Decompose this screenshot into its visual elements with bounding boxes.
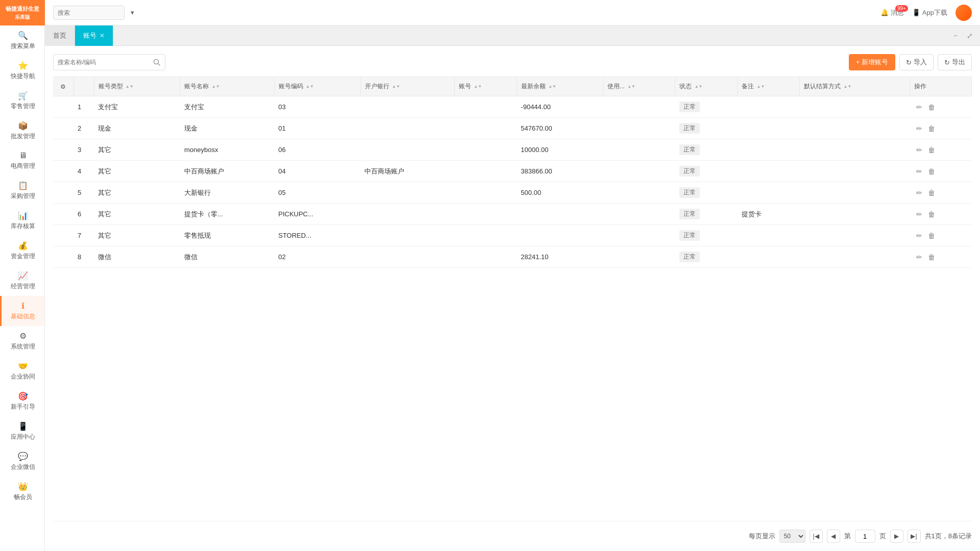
status-badge-5: 正常	[679, 209, 700, 219]
sidebar-item-system[interactable]: ⚙系统管理	[0, 326, 44, 356]
top-bar-right: 🔔 消息 99+ 📱 App下载	[880, 5, 972, 21]
app-label: App下载	[922, 8, 947, 17]
top-dropdown[interactable]: ▾	[131, 9, 134, 16]
top-search-input[interactable]	[53, 6, 125, 20]
first-page-button[interactable]: |◀	[810, 530, 823, 543]
cell-status-4: 正常	[675, 182, 738, 204]
sidebar-label-enterprise: 企业协同	[11, 372, 35, 381]
next-page-button[interactable]: ▶	[890, 530, 903, 543]
edit-button-0[interactable]: ✏	[914, 102, 924, 112]
cell-index-2: 3	[74, 139, 94, 161]
delete-button-0[interactable]: 🗑	[926, 102, 937, 112]
col-default-settlement[interactable]: 默认结算方式 ▲▼	[800, 77, 910, 96]
edit-button-1[interactable]: ✏	[914, 123, 924, 134]
app-download-button[interactable]: 📱 App下载	[912, 8, 947, 17]
sidebar-item-quick-nav[interactable]: ⭐快捷导航	[0, 56, 44, 86]
col-account-type[interactable]: 账号类型 ▲▼	[94, 77, 180, 96]
cell-status-6: 正常	[675, 225, 738, 246]
sidebar-item-purchase[interactable]: 📋采购管理	[0, 176, 44, 206]
page-number-input[interactable]: 1	[855, 530, 875, 543]
sidebar-item-app-center[interactable]: 📱应用中心	[0, 416, 44, 446]
delete-button-6[interactable]: 🗑	[926, 231, 937, 241]
sidebar-item-enterprise-wx[interactable]: 💬企业微信	[0, 446, 44, 477]
delete-button-1[interactable]: 🗑	[926, 123, 937, 134]
app-logo: 畅捷通好生意 乐库版	[0, 0, 45, 26]
cell-bank-3: 中百商场账户	[360, 161, 454, 182]
sidebar-item-retail[interactable]: 🛒零售管理	[0, 86, 44, 116]
cell-action-0: ✏ 🗑	[910, 96, 972, 118]
last-page-button[interactable]: ▶|	[908, 530, 921, 543]
edit-button-5[interactable]: ✏	[914, 209, 924, 219]
prev-page-button[interactable]: ◀	[827, 530, 840, 543]
tab-close-icon[interactable]: ✕	[100, 32, 105, 39]
tab-home[interactable]: 首页	[45, 26, 75, 46]
search-input[interactable]	[54, 59, 149, 66]
export-button[interactable]: ↻ 导出	[938, 54, 972, 70]
top-bar: ▾ 🔔 消息 99+ 📱 App下载	[45, 0, 980, 26]
cell-usage-6	[603, 225, 675, 246]
content-area: + 新增账号 ↻ 导入 ↻ 导出 ⚙	[45, 46, 980, 551]
sidebar-label-inventory: 库存核算	[11, 222, 35, 231]
sidebar-item-operations[interactable]: 📈经营管理	[0, 266, 44, 296]
edit-button-2[interactable]: ✏	[914, 145, 924, 155]
col-status[interactable]: 状态 ▲▼	[675, 77, 738, 96]
message-button[interactable]: 🔔 消息 99+	[880, 8, 904, 17]
sidebar-item-enterprise[interactable]: 🤝企业协同	[0, 356, 44, 386]
col-remark[interactable]: 备注 ▲▼	[738, 77, 800, 96]
edit-button-3[interactable]: ✏	[914, 166, 924, 177]
edit-button-6[interactable]: ✏	[914, 231, 924, 241]
col-account-code[interactable]: 账号编码 ▲▼	[274, 77, 360, 96]
search-button[interactable]	[149, 54, 165, 70]
delete-button-2[interactable]: 🗑	[926, 145, 937, 155]
delete-button-5[interactable]: 🗑	[926, 209, 937, 219]
cell-balance-7: 28241.10	[517, 246, 603, 268]
cell-account-no-0	[454, 96, 517, 118]
sidebar-item-wholesale[interactable]: 📦批发管理	[0, 116, 44, 146]
sidebar-icon-ecommerce: 🖥	[19, 151, 27, 160]
cell-remark-1	[738, 118, 800, 139]
table-row: 5 其它 大新银行 05 500.00 正常 ✏ 🗑	[53, 182, 972, 204]
user-avatar[interactable]	[955, 5, 972, 21]
tab-accounts[interactable]: 账号 ✕	[75, 26, 113, 46]
per-page-select[interactable]: 50 20 100	[779, 530, 805, 543]
cell-balance-5	[517, 204, 603, 225]
status-badge-7: 正常	[679, 252, 700, 262]
cell-type-5: 其它	[94, 204, 180, 225]
sidebar-label-purchase: 采购管理	[11, 192, 35, 201]
sidebar-item-vip[interactable]: 👑畅会员	[0, 477, 44, 507]
col-usage[interactable]: 使用... ▲▼	[603, 77, 675, 96]
minimize-icon[interactable]: －	[949, 30, 962, 42]
sidebar-label-system: 系统管理	[11, 342, 35, 351]
maximize-icon[interactable]: ⤢	[964, 30, 976, 42]
delete-button-3[interactable]: 🗑	[926, 166, 937, 177]
sort-bank: ▲▼	[392, 84, 400, 89]
edit-button-4[interactable]: ✏	[914, 188, 924, 198]
table-header-row: ⚙ 账号类型 ▲▼ 账号名称 ▲▼ 账号编码 ▲▼	[53, 77, 972, 96]
sidebar-item-guide[interactable]: 🎯新手引导	[0, 386, 44, 416]
sidebar-icon-retail: 🛒	[18, 91, 28, 101]
cell-type-6: 其它	[94, 225, 180, 246]
sidebar-item-inventory[interactable]: 📊库存核算	[0, 206, 44, 236]
table-row: 4 其它 中百商场账户 04 中百商场账户 383866.00 正常 ✏ 🗑	[53, 161, 972, 182]
edit-button-7[interactable]: ✏	[914, 252, 924, 262]
col-settings[interactable]: ⚙	[53, 77, 74, 96]
import-button[interactable]: ↻ 导入	[899, 54, 934, 70]
toolbar-actions: + 新增账号 ↻ 导入 ↻ 导出	[849, 54, 972, 70]
col-balance[interactable]: 最新余额 ▲▼	[517, 77, 603, 96]
page-label: 第	[844, 532, 851, 541]
add-account-button[interactable]: + 新增账号	[849, 54, 895, 70]
delete-button-7[interactable]: 🗑	[926, 252, 937, 262]
delete-button-4[interactable]: 🗑	[926, 188, 937, 198]
sidebar-item-ecommerce[interactable]: 🖥电商管理	[0, 146, 44, 176]
col-account-name[interactable]: 账号名称 ▲▼	[180, 77, 274, 96]
sidebar-item-basic-info[interactable]: ℹ基础信息	[0, 296, 44, 326]
sidebar-item-search-menu[interactable]: 🔍搜索菜单	[0, 26, 44, 56]
sidebar-item-finance[interactable]: 💰资金管理	[0, 236, 44, 266]
sidebar-icon-app-center: 📱	[18, 421, 28, 431]
col-bank[interactable]: 开户银行 ▲▼	[360, 77, 454, 96]
col-account-no[interactable]: 账号 ▲▼	[454, 77, 517, 96]
sort-remark: ▲▼	[757, 84, 765, 89]
cell-balance-3: 383866.00	[517, 161, 603, 182]
cell-status-2: 正常	[675, 139, 738, 161]
cell-settings-1	[53, 118, 74, 139]
